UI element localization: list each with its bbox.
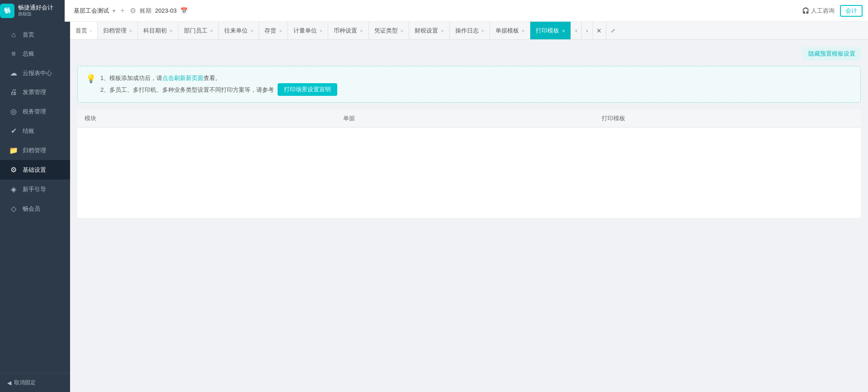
tab-subject-init[interactable]: 科目期初 × — [138, 22, 178, 40]
tab-archive-close-icon[interactable]: × — [129, 28, 132, 33]
sidebar-bottom: ◀ 取消固定 — [0, 373, 70, 392]
guide-icon: ◈ — [9, 185, 18, 194]
tab-dept-close-icon[interactable]: × — [210, 28, 213, 33]
tab-inventory-close-icon[interactable]: × — [279, 28, 282, 33]
tab-oplog-close-icon[interactable]: × — [481, 28, 484, 33]
tab-voucher-close-icon[interactable]: × — [401, 28, 403, 33]
content-area: 首页 ‹ 归档管理 × 科目期初 × 部门员工 × 往来单位 — [70, 22, 868, 392]
tab-tax-close-icon[interactable]: × — [441, 28, 443, 33]
settings-icon[interactable]: ⚙ — [130, 6, 136, 15]
unpin-button[interactable]: ◀ 取消固定 — [7, 379, 63, 387]
closing-icon: ✔ — [9, 127, 18, 135]
tab-counterparty-close-icon[interactable]: × — [250, 28, 253, 33]
sidebar-item-member[interactable]: ◇ 畅会员 — [0, 199, 70, 218]
company-name: 基层工会测试 — [74, 7, 109, 15]
hide-preview-button[interactable]: 隐藏预置模板设置 — [803, 47, 861, 61]
tab-unit[interactable]: 计量单位 × — [288, 22, 328, 40]
invoice-icon: 🖨 — [9, 88, 18, 96]
calendar-icon[interactable]: 📅 — [180, 7, 188, 14]
settings-gear-icon: ⚙ — [9, 165, 18, 174]
tab-currency-close-icon[interactable]: × — [360, 28, 363, 33]
member-icon: ◇ — [9, 204, 18, 213]
logo-area: 畅 畅捷通好会计 旗舰版 — [0, 0, 65, 22]
archive-icon: 📁 — [9, 146, 18, 155]
col-header-template: 打印模板 — [594, 110, 861, 127]
action-bar: 隐藏预置模板设置 — [77, 47, 861, 61]
tab-next-button[interactable]: › — [582, 22, 593, 40]
header-right: 🎧 人工咨询 会计 — [802, 5, 863, 17]
refresh-link[interactable]: 点击刷新新页面 — [162, 75, 203, 81]
tab-operation-log[interactable]: 操作日志 × — [450, 22, 490, 40]
tax-icon: ◎ — [9, 107, 18, 116]
notice-line1: 1、模板添加成功后，请点击刷新新页面查看。 — [100, 73, 337, 83]
home-icon: ⌂ — [9, 31, 18, 39]
headset-icon: 🎧 — [802, 7, 809, 14]
scene-settings-button[interactable]: 打印场景设置宣明 — [278, 83, 337, 96]
company-dropdown-icon[interactable]: ▾ — [113, 8, 115, 14]
col-header-document: 单据 — [336, 110, 594, 127]
tab-unit-close-icon[interactable]: × — [320, 28, 322, 33]
tab-counterparty[interactable]: 往来单位 × — [219, 22, 259, 40]
tab-document-tpl[interactable]: 单据模板 × — [490, 22, 530, 40]
tab-print-tpl[interactable]: 打印模板 × — [530, 22, 571, 40]
sidebar-item-ledger[interactable]: ≡ 总账 — [0, 44, 70, 63]
tab-prev-button[interactable]: ‹ — [571, 22, 582, 40]
tab-dept-staff[interactable]: 部门员工 × — [179, 22, 219, 40]
sidebar-item-home[interactable]: ⌂ 首页 — [0, 25, 70, 44]
tab-currency[interactable]: 币种设置 × — [328, 22, 368, 40]
notice-box: 💡 1、模板添加成功后，请点击刷新新页面查看。 2、多员工、多打印机、多种业务类… — [77, 66, 861, 103]
table-header: 模块 单据 打印模板 — [77, 110, 861, 128]
tab-home-nav-icon: ‹ — [90, 28, 92, 33]
logo-icon: 畅 — [0, 4, 14, 18]
notice-bulb-icon: 💡 — [86, 74, 96, 84]
notice-line2: 2、多员工、多打印机、多种业务类型设置不同打印方案等，请参考 打印场景设置宣明 — [100, 83, 337, 96]
service-button[interactable]: 🎧 人工咨询 — [802, 7, 835, 15]
data-table: 模块 单据 打印模板 — [77, 110, 861, 218]
tab-close-all-button[interactable]: ✕ — [593, 22, 606, 40]
sidebar: ⌂ 首页 ≡ 总账 ☁ 云报表中心 🖨 发票管理 ◎ 税务管理 ✔ 结账 — [0, 22, 70, 392]
reports-icon: ☁ — [9, 69, 18, 77]
sidebar-item-tax[interactable]: ◎ 税务管理 — [0, 102, 70, 121]
tab-bar: 首页 ‹ 归档管理 × 科目期初 × 部门员工 × 往来单位 — [70, 22, 868, 40]
unpin-icon: ◀ — [7, 380, 11, 386]
period-label: 账期 — [140, 7, 151, 15]
app-sub: 旗舰版 — [18, 11, 53, 17]
tab-inventory[interactable]: 存货 × — [259, 22, 288, 40]
col-header-module: 模块 — [77, 110, 336, 127]
tab-printtpl-close-icon[interactable]: × — [562, 28, 565, 33]
sidebar-item-closing[interactable]: ✔ 结账 — [0, 121, 70, 141]
sidebar-item-settings[interactable]: ⚙ 基础设置 — [0, 160, 70, 179]
tab-archive-mgmt[interactable]: 归档管理 × — [98, 22, 138, 40]
notice-content: 1、模板添加成功后，请点击刷新新页面查看。 2、多员工、多打印机、多种业务类型设… — [100, 73, 337, 96]
tab-tax-settings[interactable]: 财税设置 × — [409, 22, 449, 40]
tab-expand-button[interactable]: ⤢ — [606, 22, 620, 40]
tab-home[interactable]: 首页 ‹ — [70, 22, 98, 40]
tab-subject-close-icon[interactable]: × — [170, 28, 172, 33]
table-body — [77, 128, 861, 218]
sidebar-item-reports[interactable]: ☁ 云报表中心 — [0, 63, 70, 83]
page-content: 隐藏预置模板设置 💡 1、模板添加成功后，请点击刷新新页面查看。 2、多员工、多… — [70, 40, 868, 392]
sidebar-item-guide[interactable]: ◈ 新手引导 — [0, 179, 70, 199]
period-value: 2023-03 — [155, 7, 177, 14]
ledger-icon: ≡ — [9, 50, 18, 58]
app-name: 畅捷通好会计 — [18, 4, 53, 11]
add-tab-button[interactable]: ＋ — [119, 6, 126, 15]
sidebar-item-archive[interactable]: 📁 归档管理 — [0, 141, 70, 160]
tab-doctpl-close-icon[interactable]: × — [522, 28, 524, 33]
kuaiji-button[interactable]: 会计 — [840, 5, 863, 17]
sidebar-item-invoice[interactable]: 🖨 发票管理 — [0, 83, 70, 102]
tab-voucher-type[interactable]: 凭证类型 × — [369, 22, 409, 40]
